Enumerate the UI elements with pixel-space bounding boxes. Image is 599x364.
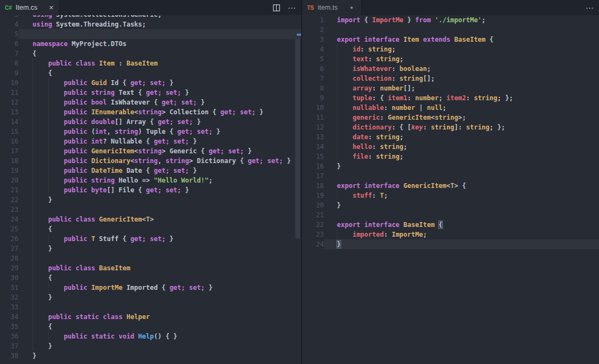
code-line-3[interactable]: 3export interface Item extends BaseItem …	[302, 35, 599, 44]
code-line-16[interactable]: 16}	[302, 161, 599, 171]
code-line-22[interactable]: 22export interface BaseItem {	[302, 220, 599, 230]
code-line-36[interactable]: 36 public static void Help() { }	[0, 332, 301, 341]
code-line-35[interactable]: 35 {	[0, 322, 301, 332]
code-line-11[interactable]: 11 generic: GenericItem<string>;	[302, 113, 599, 122]
code-line-10[interactable]: 10 public Guid Id { get; set; }	[0, 78, 301, 88]
line-number: 4	[302, 44, 324, 54]
line-number: 22	[302, 220, 324, 230]
code-line-7[interactable]: 7{	[0, 49, 301, 58]
code-line-37[interactable]: 37 }	[0, 341, 301, 351]
code-line-text: isWhatever: boolean;	[324, 64, 599, 74]
code-line-21[interactable]: 21 public byte[] File { get; set; }	[0, 185, 301, 195]
code-line-text: public Dictionary<string, string> Dictio…	[18, 156, 301, 166]
line-number: 3	[0, 15, 18, 20]
code-line-25[interactable]: 25 {	[0, 224, 301, 234]
code-line-text: generic: GenericItem<string>;	[324, 113, 599, 122]
code-line-9[interactable]: 9 {	[0, 68, 301, 78]
code-line-text: }	[324, 161, 599, 171]
line-number: 16	[0, 136, 18, 146]
code-line-26[interactable]: 26 public T Stuff { get; set; }	[0, 234, 301, 244]
code-line-text: public double[] Array { get; set; }	[18, 117, 301, 127]
code-line-9[interactable]: 9 tuple: { item1: number; item2: string;…	[302, 93, 599, 103]
code-line-38[interactable]: 38}	[0, 351, 301, 361]
code-line-27[interactable]: 27 }	[0, 244, 301, 253]
code-line-text: public class Item : BaseItem	[18, 58, 301, 68]
code-line-5[interactable]: 5	[0, 29, 301, 39]
code-line-text: collection: string[];	[324, 74, 599, 83]
code-line-24[interactable]: 24}	[302, 239, 599, 249]
code-line-33[interactable]: 33	[0, 302, 301, 312]
code-line-11[interactable]: 11 public string Text { get; set; }	[0, 88, 301, 98]
code-line-13[interactable]: 13 date: string;	[302, 132, 599, 142]
code-line-31[interactable]: 31 public ImportMe Imported { get; set; …	[0, 283, 301, 292]
code-line-4[interactable]: 4 id: string;	[302, 44, 599, 54]
code-line-2[interactable]: 2	[302, 25, 599, 35]
code-line-text: text: string;	[324, 54, 599, 64]
code-line-23[interactable]: 23 imported: ImportMe;	[302, 230, 599, 239]
code-line-21[interactable]: 21	[302, 210, 599, 220]
code-line-text: {	[18, 68, 301, 78]
unsaved-changes-dot-icon[interactable]: ●	[350, 5, 353, 10]
code-line-1[interactable]: 1import { ImportMe } from './importMe';	[302, 15, 599, 25]
code-line-32[interactable]: 32 }	[0, 292, 301, 302]
tab-item-cs[interactable]: C# Item.cs ✕	[0, 0, 60, 15]
code-line-16[interactable]: 16 public int? Nullable { get; set; }	[0, 136, 301, 146]
code-line-24[interactable]: 24 public class GenericItem<T>	[0, 214, 301, 224]
code-line-3[interactable]: 3using System.Collections.Generic;	[0, 15, 301, 20]
close-tab-icon[interactable]: ✕	[49, 4, 54, 11]
line-number: 2	[302, 25, 324, 35]
code-line-text: public IEnumerable<string> Collection { …	[18, 107, 301, 117]
code-line-34[interactable]: 34 public static class Helper	[0, 312, 301, 322]
more-actions-icon[interactable]: ⋯	[288, 4, 296, 12]
code-line-6[interactable]: 6namespace MyProject.DTOs	[0, 39, 301, 49]
code-line-6[interactable]: 6 isWhatever: boolean;	[302, 64, 599, 74]
line-number: 35	[0, 322, 18, 332]
line-number: 19	[302, 191, 324, 200]
code-line-28[interactable]: 28	[0, 253, 301, 263]
code-line-7[interactable]: 7 collection: string[];	[302, 74, 599, 83]
tab-item-ts[interactable]: TS item.ts ●	[302, 0, 362, 15]
code-line-14[interactable]: 14 hello: string;	[302, 142, 599, 152]
code-line-12[interactable]: 12 public bool IsWhatever { get; set; }	[0, 98, 301, 107]
code-line-20[interactable]: 20}	[302, 200, 599, 210]
line-number: 14	[302, 142, 324, 152]
code-line-text: }	[18, 292, 301, 302]
code-line-22[interactable]: 22 }	[0, 195, 301, 205]
line-number: 37	[0, 341, 18, 351]
editor-workbench: C# Item.cs ✕ ⋯ 3using System.Collectio	[0, 0, 599, 364]
code-line-13[interactable]: 13 public IEnumerable<string> Collection…	[0, 107, 301, 117]
code-line-5[interactable]: 5 text: string;	[302, 54, 599, 64]
code-line-12[interactable]: 12 dictionary: { [key: string]: string; …	[302, 122, 599, 132]
code-line-text	[324, 25, 599, 35]
line-number: 20	[0, 176, 18, 185]
vertical-scrollbar[interactable]	[295, 39, 300, 238]
code-line-18[interactable]: 18 public Dictionary<string, string> Dic…	[0, 156, 301, 166]
split-editor-icon[interactable]	[273, 4, 280, 11]
code-line-17[interactable]: 17	[302, 171, 599, 181]
code-line-15[interactable]: 15 public (int, string) Tuple { get; set…	[0, 127, 301, 136]
code-line-10[interactable]: 10 nullable: number | null;	[302, 103, 599, 113]
code-line-29[interactable]: 29 public class BaseItem	[0, 263, 301, 273]
line-number: 27	[0, 244, 18, 253]
more-actions-icon[interactable]: ⋯	[585, 4, 594, 12]
code-line-30[interactable]: 30 {	[0, 273, 301, 283]
code-line-4[interactable]: 4using System.Threading.Tasks;	[0, 20, 301, 29]
tab-bar-right: TS item.ts ● ⋯	[302, 0, 599, 15]
code-line-8[interactable]: 8 array: number[];	[302, 83, 599, 93]
code-line-8[interactable]: 8 public class Item : BaseItem	[0, 58, 301, 68]
code-line-14[interactable]: 14 public double[] Array { get; set; }	[0, 117, 301, 127]
code-line-17[interactable]: 17 public GenericItem<string> Generic { …	[0, 146, 301, 156]
code-line-15[interactable]: 15 file: string;	[302, 152, 599, 161]
code-line-text: public byte[] File { get; set; }	[18, 185, 301, 195]
code-line-23[interactable]: 23	[0, 205, 301, 214]
code-line-20[interactable]: 20 public string Hello => "Hello World!"…	[0, 176, 301, 185]
code-editor-item-cs[interactable]: 3using System.Collections.Generic;4using…	[0, 15, 301, 364]
line-number: 3	[302, 35, 324, 44]
code-editor-item-ts[interactable]: 1import { ImportMe } from './importMe';2…	[302, 15, 599, 364]
code-line-19[interactable]: 19 public DateTime Date { get; set; }	[0, 166, 301, 176]
code-line-text: {	[18, 49, 301, 58]
line-number: 38	[0, 351, 18, 361]
code-line-18[interactable]: 18export interface GenericItem<T> {	[302, 181, 599, 191]
line-number: 24	[0, 214, 18, 224]
code-line-19[interactable]: 19 stuff: T;	[302, 191, 599, 200]
